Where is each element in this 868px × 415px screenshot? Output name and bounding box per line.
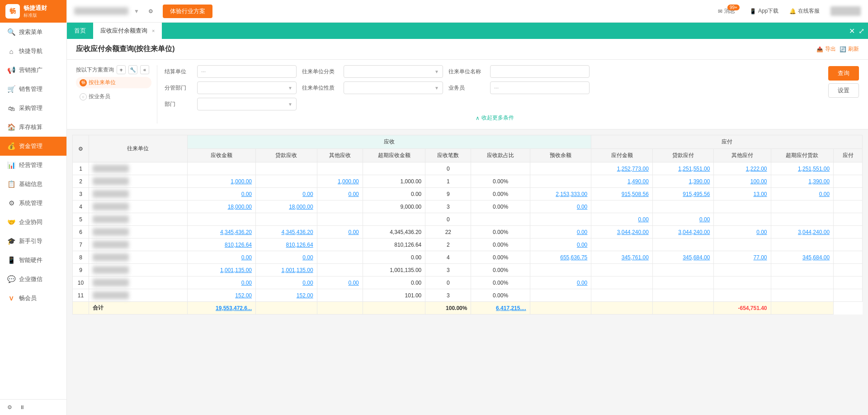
prepay-bal[interactable]: 0.00 [530,226,591,239]
other-pay[interactable] [714,277,771,289]
scheme-option-by-unit[interactable]: 畅 按往来单位 [76,77,151,88]
loan-pay[interactable] [652,289,714,302]
recv-amt[interactable]: 810,126.64 [187,239,255,251]
loan-pay[interactable]: 3,044,240.00 [652,226,714,239]
pay-amt[interactable] [591,289,653,302]
loan-pay[interactable]: 1,251,551.00 [652,162,714,175]
other-pay[interactable]: 100.00 [714,175,771,188]
pay-amt[interactable]: 345,761.00 [591,251,653,264]
topbar-gear-icon[interactable]: ⚙ [145,5,157,18]
sidebar-item-vip-member[interactable]: V 畅会员 [0,289,66,308]
sidebar-item-smart-hardware[interactable]: 📱 智能硬件 [0,251,66,270]
sidebar-item-marketing[interactable]: 📢 营销推广 [0,61,66,80]
sidebar-item-purchase[interactable]: 🛍 采购管理 [0,99,66,118]
query-button[interactable]: 查询 [828,66,859,81]
messages-button[interactable]: ✉ 消息 99+ [718,7,735,15]
prepay-bal[interactable]: 0.00 [530,200,591,213]
overdue-pay[interactable] [771,239,834,251]
tab-active[interactable]: 应收应付余额查询 × [93,23,162,39]
sidebar-settings-icon[interactable]: ⚙ [7,404,12,410]
other-recv[interactable]: 1,000.00 [317,175,363,188]
sidebar-item-basic-info[interactable]: 📋 基础信息 [0,175,66,194]
recv-amt[interactable]: 152.00 [187,289,255,302]
refresh-button[interactable]: 🔄 刷新 [840,45,859,53]
loan-recv[interactable]: 0.00 [256,188,317,200]
pay-amt[interactable] [591,239,653,251]
col-header-settings[interactable]: ⚙ [73,135,89,162]
collapse-scheme-icon[interactable]: « [140,65,149,74]
recv-amt[interactable]: 1,001,135.00 [187,264,255,277]
settings-button[interactable]: 设置 [828,83,859,98]
filter-input-bm[interactable]: ▼ [197,98,297,110]
recv-amt[interactable]: 1,000.00 [187,175,255,188]
recv-amt[interactable] [187,213,255,226]
sidebar-item-capital[interactable]: 💰 资金管理 [0,137,66,156]
pay-amt[interactable]: 1,252,773.00 [591,162,653,175]
overdue-pay[interactable] [771,200,834,213]
loan-pay[interactable]: 0.00 [652,213,714,226]
overdue-pay[interactable] [771,213,834,226]
sidebar-item-newbie-guide[interactable]: 🎓 新手引导 [0,232,66,251]
prepay-bal[interactable]: 2,153,333.00 [530,188,591,200]
loan-pay[interactable]: 915,495.56 [652,188,714,200]
sidebar-item-search-menu[interactable]: 🔍 搜索菜单 [0,23,66,42]
other-recv[interactable] [317,264,363,277]
sidebar-item-quick-nav[interactable]: ⌂ 快捷导航 [0,42,66,61]
app-download-button[interactable]: 📱 App下载 [750,7,778,15]
edit-scheme-icon[interactable]: 🔧 [128,65,137,74]
other-pay[interactable]: 77.00 [714,251,771,264]
prepay-bal[interactable]: 655,636.75 [530,251,591,264]
loan-recv[interactable]: 1,001,135.00 [256,264,317,277]
prepay-bal[interactable] [530,264,591,277]
loan-pay[interactable] [652,239,714,251]
sidebar-item-enterprise-coop[interactable]: 🤝 企业协同 [0,213,66,232]
other-recv[interactable]: 0.00 [317,277,363,289]
filter-input-fgbm[interactable]: ▼ [197,81,297,94]
pay-amt[interactable]: 0.00 [591,213,653,226]
filter-input-ywy[interactable]: ··· [490,81,590,94]
other-pay[interactable]: 1,222.00 [714,162,771,175]
sidebar-collapse-icon[interactable]: ⏸ [19,404,25,410]
overdue-pay[interactable]: 0.00 [771,188,834,200]
window-maximize-button[interactable]: ⤢ [859,27,864,35]
loan-recv[interactable] [256,162,317,175]
other-pay[interactable]: 0.00 [714,226,771,239]
filter-input-lwdwmc[interactable] [490,65,590,78]
other-recv[interactable] [317,239,363,251]
other-recv[interactable] [317,213,363,226]
overdue-pay[interactable]: 1,390.00 [771,175,834,188]
other-pay[interactable] [714,289,771,302]
loan-pay[interactable] [652,264,714,277]
other-recv[interactable] [317,200,363,213]
collapse-more-conditions[interactable]: ∧ 收起更多条件 [476,114,514,122]
overdue-pay[interactable] [771,264,834,277]
overdue-pay[interactable]: 345,684.00 [771,251,834,264]
sidebar-item-enterprise-wechat[interactable]: 💬 企业微信 [0,270,66,289]
recv-amt[interactable]: 0.00 [187,251,255,264]
filter-input-lwdwxz[interactable]: ▼ [344,81,443,94]
filter-input-jsdw[interactable]: ··· [197,65,297,78]
loan-recv[interactable] [256,175,317,188]
sidebar-item-operations[interactable]: 📊 经营管理 [0,156,66,175]
other-recv[interactable] [317,251,363,264]
recv-amt[interactable] [187,162,255,175]
overdue-pay[interactable] [771,277,834,289]
other-pay[interactable] [714,264,771,277]
loan-recv[interactable]: 0.00 [256,251,317,264]
loan-pay[interactable]: 1,390.00 [652,175,714,188]
recv-amt[interactable]: 18,000.00 [187,200,255,213]
other-recv[interactable] [317,289,363,302]
other-pay[interactable] [714,239,771,251]
solution-button[interactable]: 体验行业方案 [163,5,212,18]
other-recv[interactable]: 0.00 [317,226,363,239]
loan-pay[interactable]: 345,684.00 [652,251,714,264]
loan-recv[interactable]: 152.00 [256,289,317,302]
loan-pay[interactable] [652,277,714,289]
pay-amt[interactable] [591,264,653,277]
recv-amt[interactable]: 0.00 [187,277,255,289]
sidebar-item-system[interactable]: ⚙ 系统管理 [0,194,66,213]
other-pay[interactable] [714,213,771,226]
loan-recv[interactable]: 810,126.64 [256,239,317,251]
pay-amt[interactable] [591,277,653,289]
loan-recv[interactable]: 0.00 [256,277,317,289]
